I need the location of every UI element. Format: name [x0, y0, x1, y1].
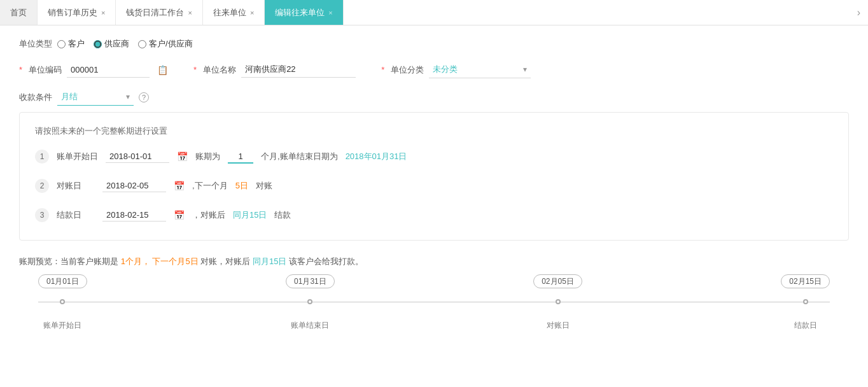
chevron-down-icon: ▾ — [126, 92, 130, 101]
radio-both[interactable]: 客户/供应商 — [138, 38, 193, 50]
step-2-date-input[interactable] — [102, 179, 166, 192]
payment-terms-row: 收款条件 月结 ▾ ? — [19, 88, 849, 106]
preview-text: 账期预览：当前客户账期是 1个月， 下一个月5日 对账，对账后 同月15日 该客… — [19, 251, 849, 267]
radio-customer-input[interactable] — [57, 40, 66, 48]
unit-name-label: 单位名称 — [203, 64, 236, 76]
step-2-text1: ,下一个月 — [192, 180, 228, 192]
tab-close-icon[interactable]: × — [328, 9, 332, 17]
tab-close-icon[interactable]: × — [101, 9, 105, 17]
timeline-label-1: 账单开始日 — [43, 320, 81, 331]
timeline-node-2: 01月31日 账单结束日 — [286, 280, 335, 331]
main-content: 单位类型 客户 供应商 客户/供应商 * 单位编码 — [0, 25, 868, 387]
step-3-date-input[interactable] — [102, 209, 166, 222]
tab-close-icon[interactable]: × — [188, 9, 192, 17]
panel-hint: 请按照未来的一个完整帐期进行设置 — [35, 125, 833, 137]
copy-icon[interactable]: 📋 — [157, 65, 168, 75]
timeline-label-3: 对账日 — [547, 320, 570, 331]
step-3-text1: ，对账后 — [192, 209, 225, 221]
unit-code-input[interactable] — [67, 62, 150, 78]
unit-category-select[interactable]: 未分类 ▾ — [429, 61, 531, 78]
step-3-text2: 结款 — [274, 209, 291, 221]
step-1-date-input[interactable] — [106, 150, 169, 163]
unit-type-row: 单位类型 客户 供应商 客户/供应商 — [19, 38, 849, 50]
timeline-nodes: 01月01日 账单开始日 01月31日 账单结束日 — [38, 280, 830, 331]
payment-terms-value: 月结 — [61, 91, 123, 102]
tab-sales-order-history-label: 销售订单历史 — [48, 7, 97, 18]
timeline-badge-3: 02月05日 — [533, 274, 582, 288]
unit-name-field: * 单位名称 — [193, 62, 356, 78]
unit-category-required: * — [381, 65, 384, 74]
step-1-text1: 账期为 — [195, 151, 220, 162]
timeline-badge-1: 01月01日 — [38, 274, 87, 288]
step-3-num: 3 — [35, 208, 49, 222]
calendar-icon[interactable]: 📅 — [174, 210, 185, 220]
radio-both-input[interactable] — [138, 40, 146, 48]
chevron-down-icon: ▾ — [523, 65, 527, 74]
unit-type-radio-group: 客户 供应商 客户/供应商 — [57, 38, 193, 50]
preview-section: 账期预览：当前客户账期是 1个月， 下一个月5日 对账，对账后 同月15日 该客… — [19, 251, 849, 331]
unit-category-field: * 单位分类 未分类 ▾ — [381, 61, 531, 78]
tab-partner-unit[interactable]: 往来单位 × — [203, 0, 265, 25]
step-3-label: 结款日 — [57, 209, 95, 221]
preview-text-middle: 对账，对账后 — [200, 257, 250, 266]
help-icon[interactable]: ? — [139, 92, 149, 102]
unit-code-field: * 单位编码 📋 — [19, 62, 168, 78]
step-1-num: 1 — [35, 150, 49, 164]
tab-cash-ledger[interactable]: 钱货日清工作台 × — [116, 0, 202, 25]
timeline: 01月01日 账单开始日 01月31日 账单结束日 — [19, 280, 849, 331]
timeline-dot-1 — [60, 299, 65, 304]
unit-type-label: 单位类型 — [19, 38, 52, 50]
radio-supplier-label: 供应商 — [104, 38, 129, 50]
step-2-highlight: 5日 — [235, 180, 248, 192]
radio-supplier-input[interactable] — [94, 40, 102, 48]
tab-close-icon[interactable]: × — [250, 9, 254, 17]
step-2-num: 2 — [35, 179, 49, 193]
radio-both-label: 客户/供应商 — [149, 38, 193, 50]
step-1-row: 1 账单开始日 📅 账期为 个月,账单结束日期为 2018年01月31日 — [35, 150, 833, 164]
payment-terms-select[interactable]: 月结 ▾ — [57, 88, 134, 106]
timeline-badge-4: 02月15日 — [781, 274, 830, 288]
timeline-label-4: 结款日 — [794, 320, 817, 331]
step-3-row: 3 结款日 📅 ，对账后 同月15日 结款 — [35, 208, 833, 222]
radio-supplier[interactable]: 供应商 — [94, 38, 129, 50]
tab-home[interactable]: 首页 — [0, 0, 38, 25]
step-1-end-date: 2018年01月31日 — [346, 151, 407, 162]
step-3-highlight: 同月15日 — [233, 209, 267, 221]
tab-home-label: 首页 — [10, 7, 27, 18]
unit-name-input[interactable] — [241, 62, 356, 78]
unit-info-row: * 单位编码 📋 * 单位名称 * 单位分类 未分类 ▾ — [19, 61, 849, 78]
calendar-icon[interactable]: 📅 — [174, 181, 185, 191]
step-1-period-input[interactable] — [228, 150, 253, 164]
step-1-text2: 个月,账单结束日期为 — [261, 151, 338, 162]
preview-payment-date: 同月15日 — [253, 257, 286, 266]
timeline-label-2: 账单结束日 — [291, 320, 329, 331]
timeline-node-3: 02月05日 对账日 — [533, 280, 582, 331]
tabs-bar: 首页 销售订单历史 × 钱货日清工作台 × 往来单位 × 编辑往来单位 × › — [0, 0, 868, 25]
unit-category-label: 单位分类 — [391, 64, 424, 76]
tabs-expand-button[interactable]: › — [850, 7, 868, 18]
unit-category-value: 未分类 — [433, 64, 521, 75]
step-2-text2: 对账 — [256, 180, 272, 192]
preview-reconcile-date: 下一个月5日 — [152, 257, 198, 266]
tab-partner-unit-label: 往来单位 — [213, 7, 246, 18]
timeline-node-4: 02月15日 结款日 — [781, 280, 830, 331]
tab-edit-partner-unit[interactable]: 编辑往来单位 × — [265, 0, 343, 25]
radio-customer-label: 客户 — [68, 38, 85, 50]
timeline-node-1: 01月01日 账单开始日 — [38, 280, 87, 331]
timeline-dot-3 — [556, 299, 561, 304]
timeline-dot-4 — [803, 299, 808, 304]
unit-type-field: 单位类型 客户 供应商 客户/供应商 — [19, 38, 193, 50]
timeline-badge-2: 01月31日 — [286, 274, 335, 288]
preview-text-end: 该客户会给我打款。 — [289, 257, 363, 266]
unit-code-label: 单位编码 — [29, 64, 62, 76]
tab-cash-ledger-label: 钱货日清工作台 — [126, 7, 184, 18]
calendar-icon[interactable]: 📅 — [177, 151, 188, 162]
payment-terms-field: 收款条件 月结 ▾ ? — [19, 88, 149, 106]
tab-sales-order-history[interactable]: 销售订单历史 × — [38, 0, 116, 25]
step-1-label: 账单开始日 — [57, 151, 98, 162]
payment-terms-label: 收款条件 — [19, 92, 52, 103]
radio-customer[interactable]: 客户 — [57, 38, 85, 50]
unit-name-required: * — [193, 65, 197, 74]
preview-period: 1个月， — [121, 257, 150, 266]
step-2-label: 对账日 — [57, 180, 95, 192]
